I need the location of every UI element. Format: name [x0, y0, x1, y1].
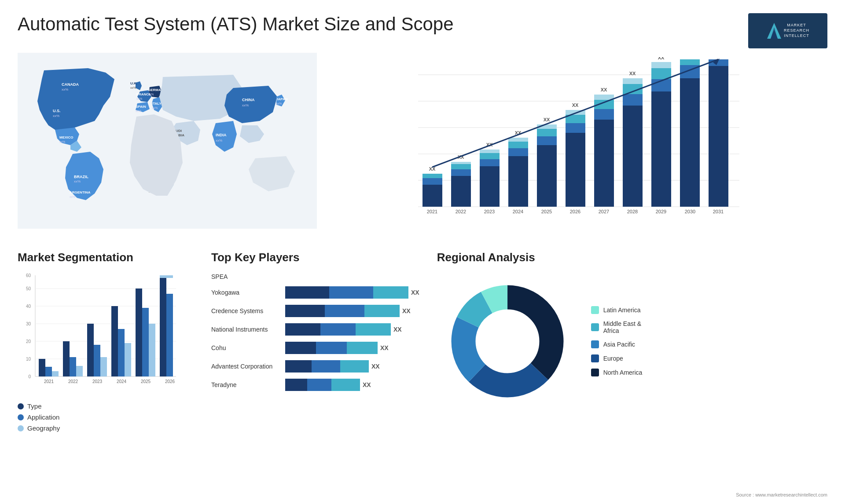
player-xx-national: XX — [393, 326, 402, 333]
svg-rect-123 — [70, 357, 76, 376]
svg-text:xx%: xx% — [136, 97, 142, 100]
logo-text-line3: INTELLECT — [784, 33, 809, 39]
svg-rect-134 — [136, 289, 142, 376]
svg-rect-132 — [125, 343, 131, 376]
canada-label: CANADA — [62, 82, 79, 87]
svg-rect-53 — [480, 153, 500, 159]
svg-text:xx%: xx% — [152, 106, 158, 110]
svg-text:20: 20 — [26, 339, 31, 344]
bar-chart-container: XX 2021 XX 2022 XX 2023 — [326, 53, 827, 242]
reg-legend-northam: North America — [591, 369, 643, 376]
reg-legend-latin: Latin America — [591, 306, 643, 314]
player-row-national: National Instruments XX — [211, 323, 419, 336]
svg-rect-42 — [422, 174, 442, 178]
regional-container: Regional Analysis Latin America — [428, 251, 827, 493]
svg-rect-40 — [422, 185, 442, 207]
reg-legend-mea: Middle East &Africa — [591, 320, 643, 334]
svg-rect-93 — [680, 78, 700, 207]
svg-text:xx%: xx% — [136, 110, 141, 113]
player-bar-national: XX — [285, 323, 419, 336]
donut-chart-svg — [437, 271, 578, 412]
svg-text:2025: 2025 — [141, 379, 151, 384]
svg-text:2029: 2029 — [656, 209, 666, 214]
svg-text:2025: 2025 — [541, 209, 552, 214]
svg-rect-81 — [623, 106, 643, 207]
player-name-credence: Credence Systems — [211, 307, 282, 314]
svg-rect-127 — [94, 345, 100, 376]
svg-text:2026: 2026 — [165, 379, 175, 384]
svg-rect-75 — [594, 120, 614, 207]
svg-text:xx%: xx% — [53, 114, 59, 118]
svg-text:2022: 2022 — [456, 209, 466, 214]
legend-type: Type — [18, 402, 194, 410]
svg-text:0: 0 — [28, 374, 31, 379]
growth-chart-svg: XX 2021 XX 2022 XX 2023 — [334, 57, 819, 224]
reg-dot-europe — [591, 354, 599, 362]
segmentation-chart-svg: 0 10 20 30 40 50 60 2021 2022 — [18, 271, 185, 394]
player-row-spea: SPEA — [211, 273, 419, 280]
svg-text:60: 60 — [26, 273, 31, 278]
svg-text:xx%: xx% — [276, 102, 282, 105]
svg-text:xx%: xx% — [70, 195, 75, 198]
reg-dot-latin — [591, 306, 599, 314]
logo-text-line2: RESEARCH — [784, 28, 809, 33]
svg-rect-45 — [451, 176, 471, 207]
svg-rect-52 — [480, 159, 500, 166]
svg-text:XX: XX — [658, 57, 665, 60]
svg-text:2023: 2023 — [484, 209, 495, 214]
svg-rect-58 — [508, 148, 528, 156]
svg-text:BRAZIL: BRAZIL — [74, 175, 88, 179]
svg-rect-82 — [623, 94, 643, 106]
reg-dot-mea — [591, 323, 599, 331]
player-name-national: National Instruments — [211, 326, 282, 333]
svg-text:U.K.: U.K. — [130, 81, 137, 85]
segmentation-legend: Type Application Geography — [18, 402, 194, 432]
logo-box: MARKET RESEARCH INTELLECT — [748, 13, 827, 48]
svg-rect-126 — [87, 324, 94, 376]
player-bar-credence: XX — [285, 305, 419, 317]
svg-text:XX: XX — [629, 71, 636, 76]
svg-rect-120 — [52, 371, 59, 376]
svg-text:2026: 2026 — [570, 209, 580, 214]
segmentation-title: Market Segmentation — [18, 251, 194, 264]
svg-rect-128 — [100, 357, 107, 376]
world-map-container: CANADA xx% U.S. xx% MEXICO xx% BRAZIL xx… — [18, 53, 317, 242]
svg-text:2023: 2023 — [92, 379, 103, 384]
svg-text:xx%: xx% — [242, 103, 249, 107]
svg-rect-130 — [111, 306, 118, 376]
svg-text:xx%: xx% — [216, 139, 222, 142]
svg-text:INDIA: INDIA — [216, 133, 227, 137]
bottom-section: Market Segmentation 0 10 20 30 40 50 60 … — [0, 242, 845, 497]
svg-text:XX: XX — [544, 117, 550, 122]
svg-rect-119 — [45, 367, 52, 376]
player-bar-teradyne: XX — [285, 379, 419, 391]
svg-text:SPAIN: SPAIN — [136, 105, 146, 109]
top-section: CANADA xx% U.S. xx% MEXICO xx% BRAZIL xx… — [0, 53, 845, 242]
svg-text:10: 10 — [26, 357, 31, 362]
player-name-spea: SPEA — [211, 273, 282, 280]
player-xx-credence: XX — [402, 307, 411, 314]
svg-text:2021: 2021 — [44, 379, 54, 384]
svg-rect-54 — [480, 150, 500, 153]
reg-dot-northam — [591, 369, 599, 376]
player-xx-advantest: XX — [371, 363, 380, 370]
player-bar-cohu: XX — [285, 342, 419, 354]
svg-text:XX: XX — [572, 102, 579, 108]
player-name-teradyne: Teradyne — [211, 381, 282, 388]
svg-rect-140 — [160, 275, 173, 278]
svg-text:xx%: xx% — [62, 88, 68, 91]
svg-text:2028: 2028 — [627, 209, 638, 214]
svg-rect-59 — [508, 142, 528, 148]
svg-rect-89 — [651, 68, 671, 79]
reg-dot-apac — [591, 340, 599, 348]
svg-rect-78 — [594, 95, 614, 100]
players-container: Top Key Players SPEA Yokogawa XX Credenc… — [202, 251, 428, 493]
svg-text:2024: 2024 — [513, 209, 523, 214]
svg-text:ITALY: ITALY — [152, 102, 162, 106]
svg-rect-84 — [623, 78, 643, 84]
legend-geography: Geography — [18, 424, 194, 432]
player-xx-cohu: XX — [380, 344, 389, 351]
regional-title: Regional Analysis — [437, 251, 827, 264]
player-row-credence: Credence Systems XX — [211, 305, 419, 317]
svg-rect-63 — [537, 145, 557, 207]
